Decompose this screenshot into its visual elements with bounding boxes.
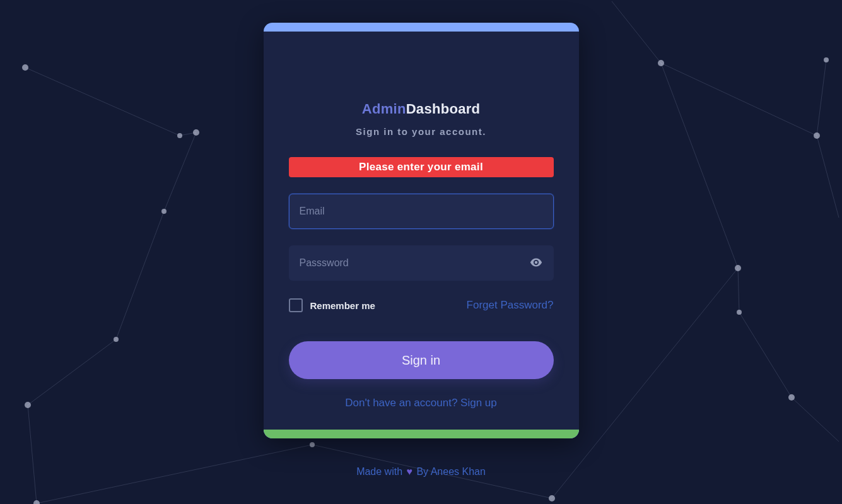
login-subtitle: Sign in to your account. [289, 126, 554, 137]
remember-me-checkbox[interactable]: Remember me [289, 298, 375, 312]
brand-rest: Dashboard [406, 101, 481, 117]
remember-me-label: Remember me [310, 300, 375, 311]
password-field-wrap [289, 245, 554, 281]
error-alert: Please enter your email [289, 157, 554, 177]
footer-credit: Made with ♥ By Anees Khan [356, 466, 486, 478]
toggle-password-visibility-button[interactable] [525, 252, 547, 274]
forgot-password-link[interactable]: Forget Password? [467, 299, 554, 312]
brand-logo: AdminDashboard [289, 101, 554, 117]
footer-prefix: Made with [356, 466, 405, 477]
email-field[interactable] [289, 194, 554, 229]
brand-accent: Admin [362, 101, 406, 117]
card-accent-bottom [264, 430, 579, 438]
sign-up-link[interactable]: Don't have an account? Sign up [289, 397, 554, 409]
password-field[interactable] [289, 245, 554, 281]
sign-in-button[interactable]: Sign in [289, 341, 554, 379]
login-card: AdminDashboard Sign in to your account. … [264, 23, 579, 438]
checkbox-box-icon [289, 298, 303, 312]
footer-suffix: By Anees Khan [414, 466, 486, 477]
heart-icon: ♥ [406, 466, 414, 477]
email-field-wrap [289, 194, 554, 229]
eye-icon [529, 255, 543, 271]
